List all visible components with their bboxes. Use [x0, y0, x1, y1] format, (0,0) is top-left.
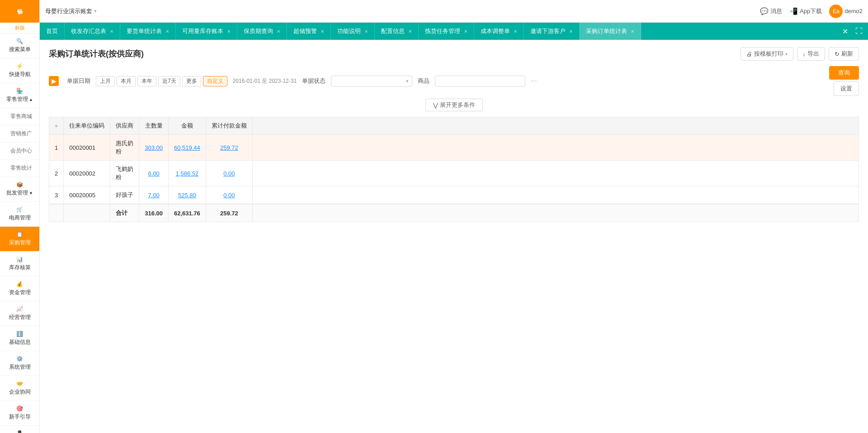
user-btn[interactable]: Ea demo2 [829, 5, 863, 18]
td-unit-code: 00020005 [64, 186, 110, 205]
td-amount[interactable]: 525.80 [169, 186, 206, 205]
tab-overstock-warning[interactable]: 超储预警 ✕ [287, 23, 331, 40]
tab-config-info[interactable]: 配置信息 ✕ [375, 23, 419, 40]
shortcut-custom[interactable]: 自定义 [203, 76, 227, 86]
template-print-button[interactable]: 🖨 按模板打印 ▾ [741, 47, 793, 61]
tab-close-icon[interactable]: ✕ [464, 29, 467, 34]
paid-amount-link[interactable]: 259.72 [220, 144, 238, 151]
sidebar-item-member[interactable]: 会员中心 [0, 143, 39, 160]
expand-more-button[interactable]: ⋁ 展开更多条件 [425, 99, 483, 111]
sidebar-item-purchase-mgmt[interactable]: 📋 采购管理 [0, 227, 39, 252]
sidebar-item-retail-store[interactable]: 零售商城 [0, 108, 39, 125]
svg-point-2 [56, 126, 57, 127]
td-amount[interactable]: 60,519.44 [169, 135, 206, 161]
tab-close-icon[interactable]: ✕ [227, 29, 231, 34]
amount-link[interactable]: 60,519.44 [174, 144, 200, 151]
tab-function-desc[interactable]: 功能说明 ✕ [331, 23, 375, 40]
th-quantity: 主数量 [139, 117, 169, 135]
sidebar-item-ecommerce[interactable]: 🛒 电商管理 [0, 202, 39, 227]
tab-cost-adjust[interactable]: 成本调整单 ✕ [474, 23, 524, 40]
tab-expand-btn[interactable]: ⛶ [854, 25, 864, 37]
shortcut-last-month[interactable]: 上月 [96, 76, 115, 86]
sidebar-item-quick-nav[interactable]: ⚡ 快捷导航 [0, 58, 39, 83]
paid-amount-link[interactable]: 0.00 [223, 192, 235, 199]
tab-close-icon[interactable]: ✕ [321, 29, 324, 34]
th-paid-amount: 累计付款金额 [206, 117, 252, 135]
sidebar-item-inventory[interactable]: 📊 库存核算 [0, 252, 39, 276]
td-quantity[interactable]: 303.00 [139, 135, 169, 161]
quantity-link[interactable]: 7.00 [148, 192, 159, 199]
tab-label: 拣货任务管理 [425, 27, 460, 35]
quantity-link[interactable]: 6.00 [148, 170, 159, 177]
tab-close-icon[interactable]: ✕ [569, 29, 573, 34]
shortcut-this-year[interactable]: 本年 [137, 76, 156, 86]
td-paid-amount[interactable]: 0.00 [206, 161, 252, 186]
tab-close-icon[interactable]: ✕ [514, 29, 517, 34]
status-select[interactable] [331, 76, 412, 87]
tab-label: 可用量库存账本 [182, 27, 223, 35]
tab-close-icon[interactable]: ✕ [408, 29, 412, 34]
tab-usable-inventory[interactable]: 可用量库存账本 ✕ [176, 23, 237, 40]
query-settings-group: 查询 设置 [829, 66, 859, 96]
td-quantity[interactable]: 6.00 [139, 161, 169, 186]
sidebar-item-sys-mgmt[interactable]: ⚙️ 系统管理 [0, 351, 39, 376]
sidebar-item-finance[interactable]: 💰 资金管理 [0, 276, 39, 301]
search-nav-icon: 🔍 [16, 38, 23, 44]
td-amount[interactable]: 1,586.52 [169, 161, 206, 186]
paid-amount-link[interactable]: 0.00 [223, 170, 235, 177]
td-index: 3 [49, 186, 64, 205]
goods-input-more-icon[interactable]: ··· [531, 77, 537, 85]
app-center-icon: 📱 [16, 430, 23, 433]
sidebar-item-business[interactable]: 📈 经营管理 [0, 301, 39, 326]
sidebar-item-new-guide[interactable]: 🎯 新手引导 [0, 401, 39, 426]
td-paid-amount[interactable]: 0.00 [206, 186, 252, 205]
export-button[interactable]: ↓ 导出 [797, 47, 826, 61]
tab-goods-order-stats[interactable]: 要货单统计表 ✕ [120, 23, 176, 40]
sidebar-item-marketing[interactable]: 营销推广 [0, 125, 39, 143]
th-gear[interactable] [49, 117, 64, 135]
tab-purchase-order-stats[interactable]: 采购订单统计表 ✕ [580, 23, 641, 40]
tab-close-icon[interactable]: ✕ [110, 29, 113, 34]
query-button[interactable]: 查询 [829, 66, 859, 80]
refresh-button[interactable]: ↻ 刷新 [829, 47, 859, 61]
td-supplier: 飞鹤奶粉 [110, 161, 139, 186]
amount-link[interactable]: 1,586.52 [176, 170, 199, 177]
sidebar-item-label: 资金管理 [9, 289, 31, 296]
shortcut-7days[interactable]: 近7天 [158, 76, 180, 86]
amount-link[interactable]: 525.80 [178, 192, 196, 199]
tab-receive-send[interactable]: 收发存汇总表 ✕ [65, 23, 120, 40]
sidebar-item-basic-info[interactable]: ℹ️ 基础信息 [0, 326, 39, 351]
tab-close-all-btn[interactable]: ✕ [840, 25, 850, 38]
sidebar-item-enterprise-collab[interactable]: 🤝 企业协同 [0, 376, 39, 401]
sidebar-item-label: 电商管理 [9, 214, 31, 222]
sidebar-item-search[interactable]: 🔍 搜索菜单 [0, 33, 39, 58]
page-actions: 🖨 按模板打印 ▾ ↓ 导出 ↻ 刷新 [741, 47, 859, 61]
message-btn[interactable]: 💬 消息 [760, 7, 782, 15]
sidebar-item-app-center[interactable]: 📱 应用中心 [0, 426, 39, 433]
th-amount: 金额 [169, 117, 206, 135]
tab-picking-task[interactable]: 拣货任务管理 ✕ [419, 23, 474, 40]
td-quantity[interactable]: 7.00 [139, 186, 169, 205]
app-download-btn[interactable]: 📲 App下载 [789, 7, 822, 15]
tab-close-icon[interactable]: ✕ [631, 29, 634, 34]
settings-button[interactable]: 设置 [834, 81, 859, 96]
tab-home[interactable]: 首页 [40, 23, 65, 40]
quantity-link[interactable]: 303.00 [145, 144, 163, 151]
sidebar-item-retail-stats[interactable]: 零售统计 [0, 160, 39, 177]
industry-selector[interactable]: 母婴行业演示账套 ▾ [45, 7, 97, 15]
tab-close-icon[interactable]: ✕ [277, 29, 280, 34]
filter-expand-btn[interactable]: ▶ [49, 76, 59, 86]
wholesale-icon: 📦 [16, 181, 23, 188]
tab-close-icon[interactable]: ✕ [165, 29, 169, 34]
shortcut-this-month[interactable]: 本月 [117, 76, 136, 86]
template-print-label: 按模板打印 [754, 50, 783, 58]
td-paid-amount[interactable]: 259.72 [206, 135, 252, 161]
tab-close-icon[interactable]: ✕ [364, 29, 368, 34]
goods-input[interactable] [435, 76, 525, 87]
tab-shelf-life-query[interactable]: 保质期查询 ✕ [237, 23, 287, 40]
tab-label: 配置信息 [381, 27, 405, 35]
sidebar-item-wholesale[interactable]: 📦 批发管理 ▼ [0, 177, 39, 202]
sidebar-item-retail-mgmt[interactable]: 🏪 零售管理 ▲ [0, 83, 39, 108]
shortcut-more[interactable]: 更多 [182, 76, 201, 86]
tab-invite-downstream[interactable]: 邀请下游客户 ✕ [524, 23, 580, 40]
